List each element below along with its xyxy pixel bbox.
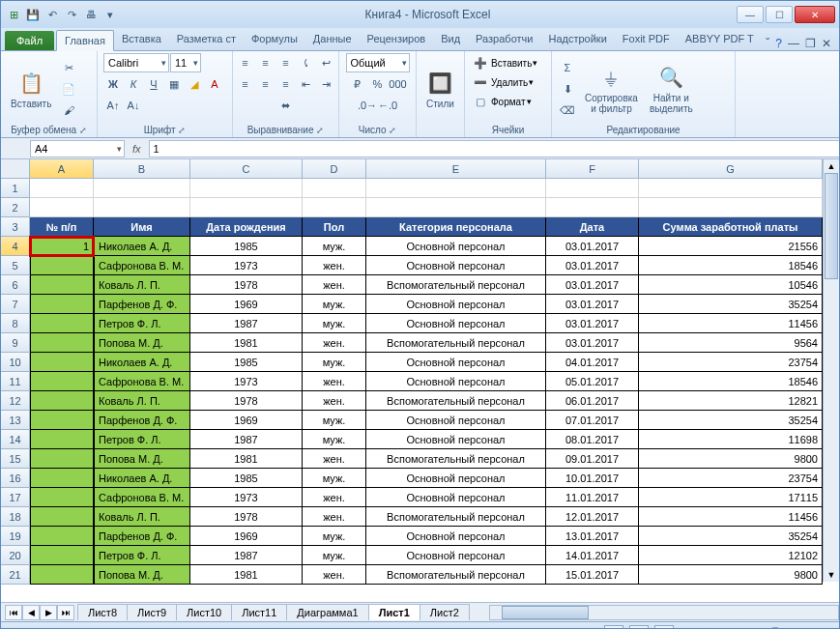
grow-font-icon[interactable]: A↑ <box>103 96 123 115</box>
sheet-nav-prev-icon[interactable]: ◀ <box>22 605 40 620</box>
orientation-icon[interactable]: ⤹ <box>297 53 316 72</box>
cell-G13[interactable]: 35254 <box>639 411 823 430</box>
print-icon[interactable]: 🖶 <box>82 6 100 23</box>
number-format-combo[interactable]: Общий <box>346 53 410 72</box>
cell-C9[interactable]: 1981 <box>190 333 303 353</box>
scroll-down-icon[interactable]: ▼ <box>824 568 839 582</box>
cell-D5[interactable]: жен. <box>303 256 366 275</box>
header-cell-5[interactable]: Дата <box>546 217 639 237</box>
row-header-8[interactable]: 8 <box>1 314 30 333</box>
cell-E2[interactable] <box>366 198 546 217</box>
cell-B4[interactable]: Николаев А. Д. <box>94 237 190 256</box>
cell-B21[interactable]: Попова М. Д. <box>94 565 190 585</box>
maximize-button[interactable]: ☐ <box>766 6 793 23</box>
col-header-B[interactable]: B <box>94 159 190 179</box>
cell-A1[interactable] <box>30 179 94 198</box>
cell-E16[interactable]: Основной персонал <box>366 469 546 488</box>
cell-G19[interactable]: 35254 <box>639 527 823 546</box>
align-right-icon[interactable]: ≡ <box>276 74 296 94</box>
cell-E12[interactable]: Вспомогательный персонал <box>366 391 546 411</box>
row-header-17[interactable]: 17 <box>1 488 30 507</box>
cell-G14[interactable]: 11698 <box>639 430 823 449</box>
cell-E10[interactable]: Основной персонал <box>366 353 546 372</box>
sheet-tab-1[interactable]: Лист9 <box>127 604 177 620</box>
row-header-10[interactable]: 10 <box>1 353 30 372</box>
cell-E17[interactable]: Основной персонал <box>366 488 546 507</box>
cell-F18[interactable]: 12.01.2017 <box>546 507 639 527</box>
cell-B1[interactable] <box>94 179 190 198</box>
name-box[interactable]: A4 <box>30 140 125 157</box>
increase-indent-icon[interactable]: ⇥ <box>317 74 336 94</box>
align-left-icon[interactable]: ≡ <box>236 74 255 94</box>
underline-button[interactable]: Ч <box>144 74 163 94</box>
ribbon-tab-6[interactable]: Вид <box>433 29 468 50</box>
cell-D10[interactable]: муж. <box>303 353 366 372</box>
cell-C14[interactable]: 1987 <box>190 430 303 449</box>
cell-F5[interactable]: 03.01.2017 <box>546 256 639 275</box>
cell-D16[interactable]: муж. <box>303 469 366 488</box>
header-cell-6[interactable]: Сумма заработной платы <box>639 217 823 237</box>
cell-A14[interactable] <box>30 430 94 449</box>
minimize-button[interactable]: — <box>737 6 764 23</box>
minimize-ribbon-icon[interactable]: ˇ <box>766 37 769 50</box>
cell-D8[interactable]: муж. <box>303 314 366 333</box>
cell-B15[interactable]: Попова М. Д. <box>94 449 190 469</box>
cell-E7[interactable]: Основной персонал <box>366 295 546 314</box>
cell-F8[interactable]: 03.01.2017 <box>546 314 639 333</box>
cell-A21[interactable] <box>30 565 94 585</box>
cell-B8[interactable]: Петров Ф. Л. <box>94 314 190 333</box>
cell-A4[interactable]: 1 <box>30 237 94 256</box>
cell-D13[interactable]: муж. <box>303 411 366 430</box>
cell-D4[interactable]: муж. <box>303 237 366 256</box>
ribbon-tab-1[interactable]: Вставка <box>114 29 169 50</box>
cell-C8[interactable]: 1987 <box>190 314 303 333</box>
cell-G5[interactable]: 18546 <box>639 256 823 275</box>
autosum-icon[interactable]: Σ <box>558 58 577 77</box>
comma-icon[interactable]: 000 <box>389 74 408 94</box>
col-header-E[interactable]: E <box>366 159 546 179</box>
cell-G20[interactable]: 12102 <box>639 546 823 565</box>
cell-C17[interactable]: 1973 <box>190 488 303 507</box>
cell-D9[interactable]: жен. <box>303 333 366 353</box>
cell-C18[interactable]: 1978 <box>190 507 303 527</box>
col-header-G[interactable]: G <box>639 159 823 179</box>
row-header-14[interactable]: 14 <box>1 430 30 449</box>
row-header-9[interactable]: 9 <box>1 333 30 353</box>
qat-more-icon[interactable]: ▾ <box>101 6 119 23</box>
cell-A7[interactable] <box>30 295 94 314</box>
fill-color-button[interactable]: ◢ <box>185 74 204 94</box>
insert-cells-button[interactable]: ➕Вставить▾ <box>471 53 537 72</box>
row-header-19[interactable]: 19 <box>1 527 30 546</box>
cell-F10[interactable]: 04.01.2017 <box>546 353 639 372</box>
cell-F2[interactable] <box>546 198 639 217</box>
clipboard-launcher-icon[interactable]: ⤢ <box>79 126 87 135</box>
ribbon-tab-8[interactable]: Надстройки <box>540 29 614 50</box>
cell-A11[interactable] <box>30 372 94 391</box>
find-select-button[interactable]: 🔍 Найти и выделить <box>646 62 697 116</box>
cell-B19[interactable]: Парфенов Д. Ф. <box>94 527 190 546</box>
align-top-icon[interactable]: ≡ <box>236 53 255 72</box>
cell-E13[interactable]: Основной персонал <box>366 411 546 430</box>
cell-A20[interactable] <box>30 546 94 565</box>
sheet-nav-first-icon[interactable]: ⏮ <box>5 605 22 620</box>
align-center-icon[interactable]: ≡ <box>256 74 275 94</box>
increase-decimal-icon[interactable]: .0→ <box>358 96 377 115</box>
cell-C10[interactable]: 1985 <box>190 353 303 372</box>
font-name-combo[interactable]: Calibri <box>103 53 169 72</box>
cell-B2[interactable] <box>94 198 190 217</box>
cell-C20[interactable]: 1987 <box>190 546 303 565</box>
vscroll-thumb[interactable] <box>825 173 838 279</box>
cell-B7[interactable]: Парфенов Д. Ф. <box>94 295 190 314</box>
cell-G7[interactable]: 35254 <box>639 295 823 314</box>
row-header-1[interactable]: 1 <box>1 179 30 198</box>
cell-G10[interactable]: 23754 <box>639 353 823 372</box>
format-painter-icon[interactable]: 🖌 <box>59 100 78 120</box>
sheet-nav-next-icon[interactable]: ▶ <box>40 605 57 620</box>
cell-A5[interactable] <box>30 256 94 275</box>
cell-F15[interactable]: 09.01.2017 <box>546 449 639 469</box>
cell-C5[interactable]: 1973 <box>190 256 303 275</box>
header-cell-3[interactable]: Пол <box>303 217 366 237</box>
save-icon[interactable]: 💾 <box>24 6 42 23</box>
font-color-button[interactable]: A <box>205 74 224 94</box>
wrap-text-icon[interactable]: ↩ <box>317 53 336 72</box>
